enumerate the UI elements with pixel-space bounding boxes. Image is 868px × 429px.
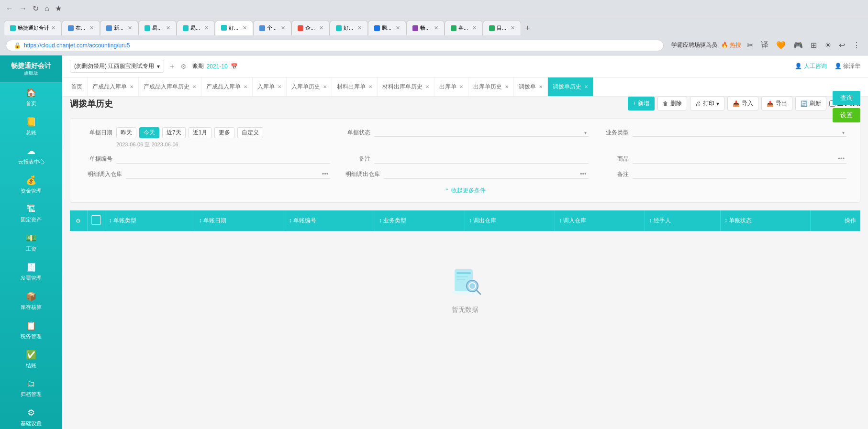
content-tab-close-2[interactable]: ✕ xyxy=(192,84,196,89)
undo-button[interactable]: ↩ xyxy=(837,39,847,52)
inwarehouse-select[interactable]: ••• xyxy=(126,169,330,179)
content-tab-3[interactable]: 产成品入库单✕ xyxy=(201,77,253,97)
content-tab-close-4[interactable]: ✕ xyxy=(278,84,281,89)
content-tab-11[interactable]: 调拨单历史✕ xyxy=(548,77,593,97)
goods-select[interactable]: ••• xyxy=(633,154,846,164)
browser-tab-4[interactable]: 易...✕ xyxy=(177,20,215,35)
browser-tab-3[interactable]: 易...✕ xyxy=(138,20,177,35)
date-btn-近7天[interactable]: 近7天 xyxy=(162,127,186,138)
star-button[interactable]: ★ xyxy=(53,2,64,15)
browser-tab-7[interactable]: 企...✕ xyxy=(291,20,330,35)
content-tab-2[interactable]: 产成品入库单历史✕ xyxy=(139,77,201,97)
content-tab-0[interactable]: 首页 xyxy=(66,77,88,97)
filter-settings-button[interactable]: 设置 xyxy=(833,108,860,122)
content-tab-close-8[interactable]: ✕ xyxy=(459,84,463,89)
new-tab-button[interactable]: + xyxy=(521,23,534,33)
th-no[interactable]: ↕ 单账编号 xyxy=(285,210,375,231)
sidebar-item-云报表中心[interactable]: ☁云报表中心 xyxy=(0,141,62,170)
browser-tab-9[interactable]: 腾...✕ xyxy=(368,20,406,35)
docno-input[interactable] xyxy=(116,154,330,164)
games-button[interactable]: 🎮 xyxy=(791,39,805,52)
sidebar-item-税务管理[interactable]: 📋税务管理 xyxy=(0,316,62,345)
content-tab-6[interactable]: 材料出库单✕ xyxy=(332,77,378,97)
print-button[interactable]: 🖨 打印 ▾ xyxy=(690,97,724,110)
translate-button[interactable]: 译 xyxy=(759,38,770,52)
content-tab-close-6[interactable]: ✕ xyxy=(368,84,372,89)
sidebar-item-资金管理[interactable]: 💰资金管理 xyxy=(0,170,62,199)
content-tab-8[interactable]: 出库单✕ xyxy=(434,77,468,97)
content-tab-close-10[interactable]: ✕ xyxy=(539,84,543,89)
back-button[interactable]: ← xyxy=(4,2,15,15)
browser-tab-0[interactable]: 畅捷通好合计✕ xyxy=(4,20,62,35)
home-button[interactable]: ⌂ xyxy=(43,2,51,15)
company-selector[interactable]: (勿删勿禁用) 江西服宝测试专用 ▾ xyxy=(70,60,164,73)
remark2-input[interactable] xyxy=(633,170,846,179)
browser-tab-11[interactable]: 各...✕ xyxy=(445,20,483,35)
add-company-button[interactable]: + xyxy=(170,62,174,71)
period-value[interactable]: 2021-10 xyxy=(207,63,228,70)
th-type[interactable]: ↕ 单账类型 xyxy=(105,210,195,231)
refresh-button[interactable]: 🔄 刷新 xyxy=(795,97,826,110)
status-select[interactable]: ▾ xyxy=(374,129,588,137)
settings-icon-button[interactable]: ⚙ xyxy=(180,63,187,70)
remark-input[interactable] xyxy=(374,154,588,164)
browser-tab-10[interactable]: 畅...✕ xyxy=(406,20,445,35)
th-date[interactable]: ↕ 单账日期 xyxy=(195,210,285,231)
reload-button[interactable]: ↻ xyxy=(31,2,41,15)
content-tab-5[interactable]: 入库单历史✕ xyxy=(287,77,332,97)
service-label[interactable]: 👤 人工咨询 xyxy=(795,62,826,70)
import-button[interactable]: 📥 导入 xyxy=(727,97,758,110)
th-status[interactable]: ↕ 单账状态 xyxy=(721,210,811,231)
sidebar-item-归档管理[interactable]: 🗂归档管理 xyxy=(0,374,62,403)
sidebar-item-固定资产[interactable]: 🏗固定资产 xyxy=(0,199,62,228)
browser-tab-12[interactable]: 目...✕ xyxy=(483,20,521,35)
date-btn-自定义[interactable]: 自定义 xyxy=(237,127,263,138)
content-tab-9[interactable]: 出库单历史✕ xyxy=(468,77,514,97)
query-button[interactable]: 查询 xyxy=(833,97,860,105)
sidebar-item-发票管理[interactable]: 🧾发票管理 xyxy=(0,257,62,286)
browser-tab-5[interactable]: 好...✕ xyxy=(215,20,253,35)
calendar-icon[interactable]: 📅 xyxy=(231,63,238,70)
sidebar-item-首页[interactable]: 🏠首页 xyxy=(0,83,62,112)
search-bar[interactable]: 学霸应聘场驱鸟员 xyxy=(671,41,717,49)
content-tab-close-1[interactable]: ✕ xyxy=(130,84,134,89)
biz-select[interactable]: ▾ xyxy=(633,129,846,137)
header-checkbox[interactable] xyxy=(91,215,101,225)
export-button[interactable]: 📤 导出 xyxy=(761,97,792,110)
sidebar-item-总账[interactable]: 📒总账 xyxy=(0,112,62,141)
content-tab-close-9[interactable]: ✕ xyxy=(505,84,509,89)
collapse-button[interactable]: ⌃ 收起更多条件 xyxy=(443,185,488,197)
date-btn-近1月[interactable]: 近1月 xyxy=(189,127,212,138)
th-gear[interactable]: ⚙ xyxy=(70,210,87,231)
content-tab-close-3[interactable]: ✕ xyxy=(244,84,247,89)
outwarehouse-select[interactable]: ••• xyxy=(384,169,588,179)
delete-button[interactable]: 🗑 删除 xyxy=(657,97,687,110)
content-tab-1[interactable]: 产成品入库单✕ xyxy=(88,77,139,97)
grid-button[interactable]: ⊞ xyxy=(809,39,819,52)
sidebar-item-库存核算[interactable]: 📦库存核算 xyxy=(0,286,62,316)
content-tab-close-5[interactable]: ✕ xyxy=(323,84,327,89)
sidebar-item-工资[interactable]: 💵工资 xyxy=(0,228,62,257)
menu-button[interactable]: ⋮ xyxy=(851,39,862,52)
browser-tab-1[interactable]: 在...✕ xyxy=(62,20,100,35)
th-handler[interactable]: ↕ 经手人 xyxy=(645,210,721,231)
theme-button[interactable]: ☀ xyxy=(823,39,833,52)
th-in-warehouse[interactable]: ↕ 调入仓库 xyxy=(555,210,645,231)
date-btn-今天[interactable]: 今天 xyxy=(139,127,159,138)
content-tab-7[interactable]: 材料出库单历史✕ xyxy=(378,77,434,97)
th-out-warehouse[interactable]: ↕ 调出仓库 xyxy=(465,210,555,231)
wallet-button[interactable]: 🧡 xyxy=(774,39,788,52)
new-button[interactable]: + 新增 xyxy=(628,97,655,110)
forward-button[interactable]: → xyxy=(17,2,29,15)
content-tab-4[interactable]: 入库单✕ xyxy=(253,77,287,97)
content-tab-close-7[interactable]: ✕ xyxy=(425,84,429,89)
sidebar-item-结账[interactable]: ✅结账 xyxy=(0,345,62,374)
browser-tab-8[interactable]: 好...✕ xyxy=(330,20,368,35)
sidebar-item-基础设置[interactable]: ⚙基础设置 xyxy=(0,403,62,429)
browser-tab-6[interactable]: 个...✕ xyxy=(253,20,291,35)
th-check[interactable] xyxy=(87,210,105,231)
date-btn-昨天[interactable]: 昨天 xyxy=(116,127,136,138)
content-tab-10[interactable]: 调拨单✕ xyxy=(514,77,548,97)
browser-tab-2[interactable]: 新...✕ xyxy=(100,20,138,35)
user-avatar[interactable]: 👤 徐泽华 xyxy=(835,62,860,70)
